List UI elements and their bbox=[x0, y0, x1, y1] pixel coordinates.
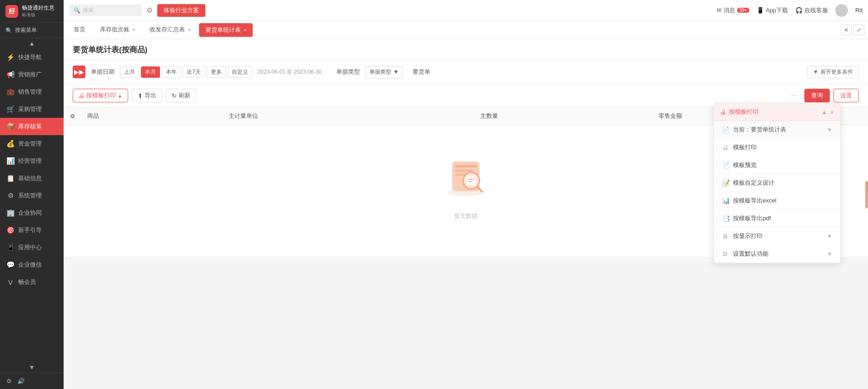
template-print-icon: 🖨 bbox=[722, 144, 729, 151]
dropdown-display-print[interactable]: 🖥 按显示打印 ▼ bbox=[714, 227, 840, 245]
more-options-icon[interactable]: ··· bbox=[791, 91, 797, 100]
dropdown-template-export-excel[interactable]: 📊 按模板导出excel bbox=[714, 192, 840, 210]
sidebar-item-wechat[interactable]: 💬 企业微信 bbox=[0, 256, 64, 273]
empty-illustration bbox=[439, 152, 493, 207]
sidebar-item-member[interactable]: V 畅会员 bbox=[0, 273, 64, 291]
app-download-item[interactable]: 📱 App下载 bbox=[757, 6, 788, 15]
sidebar: 好 畅捷通好生意 标准版 🔍 搜索菜单 ▲ ⚡ 快捷导航 📢 营销推广 💼 销售… bbox=[0, 0, 64, 389]
scrollbar-indicator[interactable] bbox=[865, 181, 868, 208]
topbar-settings-icon[interactable]: ⚙ bbox=[146, 6, 153, 15]
svg-rect-9 bbox=[468, 181, 473, 182]
refresh-btn[interactable]: ↻ 刷新 bbox=[166, 89, 196, 102]
online-service-item[interactable]: 🎧 在线客服 bbox=[795, 6, 828, 15]
date-filter-label: 单据日期 bbox=[91, 68, 115, 76]
dropdown-set-default[interactable]: ⚙ 设置默认功能 ▼ bbox=[714, 245, 840, 263]
current-template-arrow: ▼ bbox=[827, 127, 832, 132]
app-center-icon: 📱 bbox=[6, 243, 15, 252]
volume-icon[interactable]: 🔊 bbox=[17, 378, 25, 384]
date-btn-this-year[interactable]: 本年 bbox=[162, 66, 181, 78]
export-icon: ⬆ bbox=[138, 92, 143, 99]
quick-nav-icon: ⚡ bbox=[6, 53, 15, 61]
filter-expand-icon[interactable]: ▶▶ bbox=[73, 66, 85, 78]
refresh-icon: ↻ bbox=[172, 92, 177, 99]
sidebar-item-basic[interactable]: 📋 基础信息 bbox=[0, 170, 64, 187]
search-menu-item[interactable]: 🔍 搜索菜单 bbox=[0, 23, 64, 38]
export-pdf-icon: 📑 bbox=[722, 215, 729, 222]
date-btn-7days[interactable]: 近7天 bbox=[183, 66, 205, 78]
message-item[interactable]: ✉ 消息 99+ bbox=[717, 6, 749, 15]
printer-dropdown-icon: 🖨 bbox=[720, 109, 726, 116]
dropdown-template-print[interactable]: 🖨 模板打印 bbox=[714, 139, 840, 157]
settings-col-icon[interactable]: ⚙ bbox=[70, 113, 75, 120]
sidebar-item-guide[interactable]: 🎯 新手引导 bbox=[0, 222, 64, 239]
tab-batch-account[interactable]: 库存批次账 × bbox=[94, 23, 141, 37]
user-avatar[interactable] bbox=[835, 4, 848, 17]
phone-icon: 📱 bbox=[757, 7, 764, 14]
tab-expand-btn[interactable]: ⤢ bbox=[853, 25, 864, 35]
topbar: 🔍 搜索 ⚙ 体验行业方案 ✉ 消息 99+ 📱 App下载 🎧 在线客服 Ri… bbox=[64, 0, 868, 21]
tab-close-all-btn[interactable]: ✕ bbox=[841, 25, 852, 35]
settings-btn[interactable]: 设置 bbox=[833, 89, 859, 102]
goods-label: 要货单 bbox=[413, 68, 430, 76]
search-icon: 🔍 bbox=[5, 27, 12, 34]
dropdown-header: 🖨 按模板打印 ▲ × bbox=[714, 103, 840, 121]
query-btn[interactable]: 查询 bbox=[804, 89, 830, 102]
display-print-arrow: ▼ bbox=[827, 233, 832, 239]
type-filter-select[interactable]: 单据类型 ▼ bbox=[365, 66, 403, 78]
export-excel-icon: 📊 bbox=[722, 197, 729, 204]
table-col-quantity: 主数量 bbox=[475, 107, 653, 125]
tab-close-receipt-summary[interactable]: × bbox=[188, 27, 190, 32]
sidebar-item-operation[interactable]: 📊 经营管理 bbox=[0, 152, 64, 170]
chevron-down-icon: ▼ bbox=[393, 69, 399, 75]
sidebar-item-sales[interactable]: 💼 销售管理 bbox=[0, 83, 64, 101]
sidebar-item-purchase[interactable]: 🛒 采购管理 bbox=[0, 101, 64, 118]
system-icon: ⚙ bbox=[6, 192, 15, 200]
sidebar-item-enterprise[interactable]: 🏢 企业协同 bbox=[0, 204, 64, 222]
dropdown-current-template[interactable]: 📄 当前：要货单统计表 ▼ bbox=[714, 121, 840, 139]
table-col-select: ⚙ bbox=[64, 107, 82, 125]
experience-btn[interactable]: 体验行业方案 bbox=[157, 4, 205, 17]
sidebar-item-inventory[interactable]: 📦 库存核算 bbox=[0, 118, 64, 135]
date-btn-more[interactable]: 更多 bbox=[207, 66, 226, 78]
tab-order-stats[interactable]: 要货单统计表 × bbox=[199, 23, 253, 37]
headset-icon: 🎧 bbox=[795, 7, 803, 14]
topbar-search-icon: 🔍 bbox=[74, 7, 80, 14]
sidebar-item-app-center[interactable]: 📱 应用中心 bbox=[0, 239, 64, 256]
date-range-text: 2023-06-01 至 2023-06-30 bbox=[258, 68, 322, 76]
date-btn-custom[interactable]: 自定义 bbox=[228, 66, 252, 78]
tab-home[interactable]: 首页 bbox=[67, 23, 92, 37]
settings-bottom-icon[interactable]: ⚙ bbox=[6, 378, 12, 384]
dropdown-header-right: ▲ × bbox=[821, 108, 834, 116]
sidebar-item-quick-nav[interactable]: ⚡ 快捷导航 bbox=[0, 49, 64, 66]
tab-close-order-stats[interactable]: × bbox=[244, 27, 246, 33]
sidebar-item-marketing[interactable]: 📢 营销推广 bbox=[0, 66, 64, 83]
topbar-search[interactable]: 🔍 搜索 bbox=[69, 5, 142, 16]
expand-more-btn[interactable]: ▼ 展开更多条件 bbox=[807, 66, 859, 78]
table-col-unit: 主计量单位 bbox=[223, 107, 475, 125]
filter-bar: ▶▶ 单据日期 上月 本月 本年 近7天 更多 自定义 2023-06-01 至… bbox=[64, 60, 868, 84]
print-dropdown-menu: 🖨 按模板打印 ▲ × 📄 当前：要货单统计表 ▼ 🖨 模板打印 📄 bbox=[713, 103, 841, 263]
svg-rect-2 bbox=[455, 165, 477, 167]
tab-receipt-summary[interactable]: 收发存汇总表 × bbox=[143, 23, 197, 37]
template-custom-icon: 📝 bbox=[722, 179, 729, 187]
tab-close-batch-account[interactable]: × bbox=[132, 27, 135, 32]
sidebar-item-finance[interactable]: 💰 资金管理 bbox=[0, 135, 64, 152]
sidebar-scroll-down[interactable]: ▼ bbox=[0, 362, 64, 373]
svg-rect-3 bbox=[455, 170, 473, 172]
dropdown-close-icon[interactable]: × bbox=[830, 108, 834, 116]
sidebar-scroll-up[interactable]: ▲ bbox=[0, 38, 64, 49]
table-col-goods: 商品 bbox=[82, 107, 223, 125]
dropdown-template-export-pdf[interactable]: 📑 按模板导出pdf bbox=[714, 210, 840, 227]
date-btn-last-month[interactable]: 上月 bbox=[120, 66, 139, 78]
tabs-controls: ✕ ⤢ bbox=[841, 25, 864, 35]
dropdown-template-custom[interactable]: 📝 模板自定义设计 bbox=[714, 174, 840, 192]
sidebar-item-system[interactable]: ⚙ 系统管理 bbox=[0, 187, 64, 204]
export-btn[interactable]: ⬆ 导出 bbox=[132, 89, 162, 102]
chevron-up-dropdown-icon[interactable]: ▲ bbox=[821, 109, 827, 116]
app-logo: 好 畅捷通好生意 标准版 bbox=[0, 0, 64, 23]
dropdown-template-preview[interactable]: 📄 模板预览 bbox=[714, 157, 840, 174]
content-area: 要货单统计表(按商品) ▶▶ 单据日期 上月 本月 本年 近7天 更多 自定义 … bbox=[64, 39, 868, 389]
date-btn-this-month[interactable]: 本月 bbox=[141, 66, 160, 78]
print-template-btn[interactable]: 🖨 按模板打印 ▲ bbox=[73, 89, 128, 102]
tabs-bar: 首页 库存批次账 × 收发存汇总表 × 要货单统计表 × ✕ ⤢ bbox=[64, 21, 868, 39]
